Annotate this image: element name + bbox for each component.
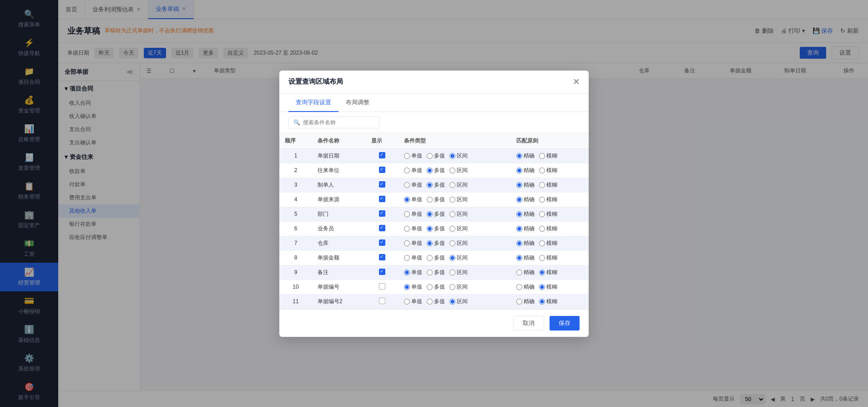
cell-show[interactable] <box>366 192 399 207</box>
cell-match: 精确模糊 <box>511 178 589 192</box>
show-checkbox[interactable] <box>379 152 385 158</box>
radio-match-模糊[interactable]: 模糊 <box>539 181 557 189</box>
radio-type-多值[interactable]: 多值 <box>427 239 445 247</box>
radio-type-区间[interactable]: 区间 <box>449 298 468 305</box>
radio-match-精确[interactable]: 精确 <box>516 181 535 189</box>
radio-match-精确[interactable]: 精确 <box>516 283 535 291</box>
cell-show[interactable] <box>366 250 399 265</box>
radio-match-精确[interactable]: 精确 <box>516 152 535 160</box>
table-row: 8单据金额单值多值区间精确模糊 <box>279 250 589 265</box>
radio-match-精确[interactable]: 精确 <box>516 196 535 204</box>
table-row: 1单据日期单值多值区间精确模糊 <box>279 148 589 163</box>
radio-type-单值[interactable]: 单值 <box>404 225 422 233</box>
cell-order: 4 <box>279 192 312 207</box>
radio-type-单值[interactable]: 单值 <box>404 196 422 204</box>
show-checkbox[interactable] <box>379 254 385 260</box>
radio-type-区间[interactable]: 区间 <box>449 283 468 291</box>
radio-type-区间[interactable]: 区间 <box>449 210 468 218</box>
radio-match-精确[interactable]: 精确 <box>516 269 535 276</box>
show-checkbox[interactable] <box>379 210 385 217</box>
radio-type-多值[interactable]: 多值 <box>427 269 445 276</box>
cell-name: 仓库 <box>312 236 366 250</box>
th-type: 条件类型 <box>399 133 510 149</box>
th-name: 条件名称 <box>312 133 366 149</box>
radio-match-模糊[interactable]: 模糊 <box>539 254 557 262</box>
radio-match-模糊[interactable]: 模糊 <box>539 269 557 276</box>
radio-match-模糊[interactable]: 模糊 <box>539 225 557 233</box>
cell-name: 业务员 <box>312 221 366 236</box>
cell-show[interactable] <box>366 163 399 178</box>
radio-type-多值[interactable]: 多值 <box>427 167 445 174</box>
modal-tab-fields[interactable]: 查询字段设置 <box>288 94 338 112</box>
cell-order: 7 <box>279 236 312 250</box>
radio-type-单值[interactable]: 单值 <box>404 269 422 276</box>
show-checkbox[interactable] <box>379 196 385 202</box>
radio-match-精确[interactable]: 精确 <box>516 225 535 233</box>
radio-type-多值[interactable]: 多值 <box>427 196 445 204</box>
show-checkbox[interactable] <box>379 239 385 246</box>
cell-type: 单值多值区间 <box>399 192 510 207</box>
cell-name: 单据编号 <box>312 280 366 294</box>
radio-type-单值[interactable]: 单值 <box>404 298 422 305</box>
save-button[interactable]: 保存 <box>550 316 580 331</box>
radio-type-单值[interactable]: 单值 <box>404 239 422 247</box>
radio-type-多值[interactable]: 多值 <box>427 210 445 218</box>
radio-match-模糊[interactable]: 模糊 <box>539 298 557 305</box>
radio-match-精确[interactable]: 精确 <box>516 167 535 174</box>
radio-type-区间[interactable]: 区间 <box>449 254 468 262</box>
modal-search-input[interactable] <box>303 119 371 126</box>
cell-show[interactable] <box>366 207 399 221</box>
cell-order: 9 <box>279 265 312 280</box>
show-checkbox[interactable] <box>379 283 385 290</box>
table-row: 9备注单值多值区间精确模糊 <box>279 265 589 280</box>
radio-match-精确[interactable]: 精确 <box>516 210 535 218</box>
radio-match-模糊[interactable]: 模糊 <box>539 210 557 218</box>
radio-type-区间[interactable]: 区间 <box>449 225 468 233</box>
radio-type-区间[interactable]: 区间 <box>449 167 468 174</box>
radio-type-区间[interactable]: 区间 <box>449 269 468 276</box>
radio-match-精确[interactable]: 精确 <box>516 239 535 247</box>
cell-show[interactable] <box>366 294 399 309</box>
show-checkbox[interactable] <box>379 269 385 275</box>
radio-type-多值[interactable]: 多值 <box>427 225 445 233</box>
radio-type-多值[interactable]: 多值 <box>427 181 445 189</box>
modal-search-wrapper: 🔍 <box>288 117 379 128</box>
cell-show[interactable] <box>366 265 399 280</box>
radio-type-区间[interactable]: 区间 <box>449 152 468 160</box>
show-checkbox[interactable] <box>379 181 385 188</box>
radio-match-精确[interactable]: 精确 <box>516 298 535 305</box>
cell-order: 11 <box>279 294 312 309</box>
modal-tab-layout[interactable]: 布局调整 <box>338 94 377 112</box>
radio-type-区间[interactable]: 区间 <box>449 181 468 189</box>
cell-show[interactable] <box>366 236 399 250</box>
radio-match-模糊[interactable]: 模糊 <box>539 167 557 174</box>
radio-type-单值[interactable]: 单值 <box>404 181 422 189</box>
cell-show[interactable] <box>366 221 399 236</box>
radio-type-单值[interactable]: 单值 <box>404 210 422 218</box>
show-checkbox[interactable] <box>379 167 385 173</box>
cancel-button[interactable]: 取消 <box>513 316 544 331</box>
cell-show[interactable] <box>366 280 399 294</box>
show-checkbox[interactable] <box>379 225 385 231</box>
cell-type: 单值多值区间 <box>399 221 510 236</box>
radio-match-模糊[interactable]: 模糊 <box>539 283 557 291</box>
radio-match-模糊[interactable]: 模糊 <box>539 196 557 204</box>
show-checkbox[interactable] <box>379 298 385 304</box>
radio-type-区间[interactable]: 区间 <box>449 239 468 247</box>
radio-type-多值[interactable]: 多值 <box>427 152 445 160</box>
radio-type-单值[interactable]: 单值 <box>404 283 422 291</box>
radio-type-单值[interactable]: 单值 <box>404 152 422 160</box>
modal-close-button[interactable]: ✕ <box>573 77 580 87</box>
cell-show[interactable] <box>366 148 399 163</box>
radio-match-模糊[interactable]: 模糊 <box>539 239 557 247</box>
cell-match: 精确模糊 <box>511 148 589 163</box>
cell-show[interactable] <box>366 178 399 192</box>
radio-type-区间[interactable]: 区间 <box>449 196 468 204</box>
radio-match-模糊[interactable]: 模糊 <box>539 152 557 160</box>
radio-match-精确[interactable]: 精确 <box>516 254 535 262</box>
radio-type-单值[interactable]: 单值 <box>404 254 422 262</box>
radio-type-多值[interactable]: 多值 <box>427 298 445 305</box>
radio-type-多值[interactable]: 多值 <box>427 254 445 262</box>
radio-type-单值[interactable]: 单值 <box>404 167 422 174</box>
radio-type-多值[interactable]: 多值 <box>427 283 445 291</box>
